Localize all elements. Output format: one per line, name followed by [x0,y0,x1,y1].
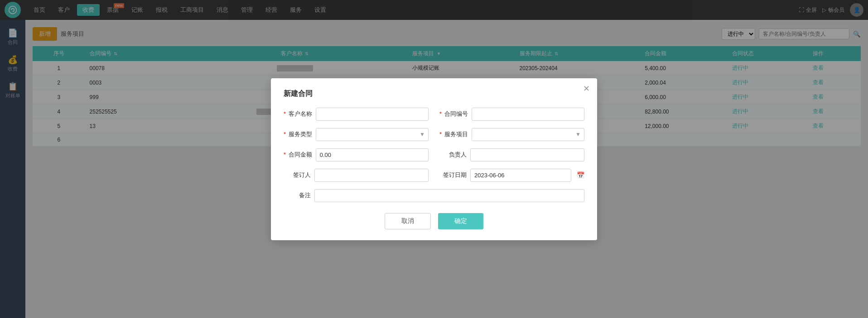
input-contract-no[interactable] [472,108,584,121]
form-row-service-item: * 服务项目 ▼ [439,128,584,141]
label-amount: * 合同金额 [284,151,312,159]
form-row-amount: * 合同金额 [284,148,429,161]
form-row-contract-no: * 合同编号 [439,108,584,121]
input-customer-name[interactable] [316,108,429,121]
input-contract-amount[interactable] [316,148,429,161]
required-star-contract: * [439,110,442,117]
label-customer: * 客户名称 [284,110,312,118]
confirm-button[interactable]: 确定 [438,213,483,229]
select-service-item[interactable] [472,128,584,141]
dialog-overlay[interactable]: ✕ 新建合同 * 客户名称 * 合同编号 * [0,0,868,318]
form-row-customer: * 客户名称 [284,108,429,121]
label-service-item: * 服务项目 [439,130,468,138]
form-row-service-type: * 服务类型 ▼ [284,128,429,141]
label-service-type: * 服务类型 [284,130,312,138]
dialog-close-button[interactable]: ✕ [583,84,590,94]
label-responsible: 负责人 [439,151,467,159]
required-star-amount: * [284,151,286,158]
dialog-title: 新建合同 [284,89,584,99]
new-contract-dialog: ✕ 新建合同 * 客户名称 * 合同编号 * [271,78,597,240]
form-row-remark: 备注 [284,189,584,202]
form-row-signer: 签订人 [284,169,429,182]
dialog-footer: 取消 确定 [284,213,584,229]
required-star-customer: * [284,110,286,117]
select-service-type[interactable] [316,128,429,141]
input-responsible[interactable] [470,148,584,161]
form-row-sign-date: 签订日期 📅 [439,169,584,182]
form-grid: * 客户名称 * 合同编号 * 服务类型 [284,108,584,182]
service-item-wrapper: ▼ [472,128,584,141]
label-remark: 备注 [284,191,311,199]
label-sign-date: 签订日期 [439,171,467,179]
cancel-button[interactable]: 取消 [385,213,431,229]
label-contract-no: * 合同编号 [439,110,468,118]
input-sign-date[interactable] [470,169,571,182]
input-remark[interactable] [314,189,584,202]
calendar-icon[interactable]: 📅 [577,171,584,179]
required-star-service-item: * [439,131,442,138]
required-star-service-type: * [284,131,286,138]
label-signer: 签订人 [284,171,311,179]
form-row-responsible: 负责人 [439,148,584,161]
input-signer[interactable] [314,169,429,182]
service-type-wrapper: ▼ [316,128,429,141]
